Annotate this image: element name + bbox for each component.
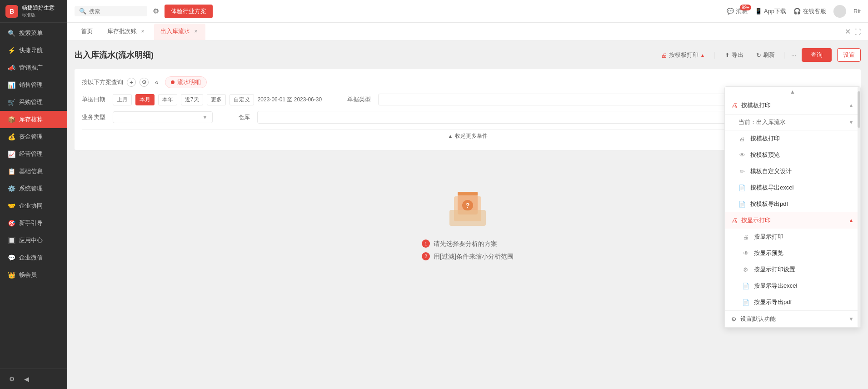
sidebar-item-inventory[interactable]: 📦 库存核算 (0, 111, 67, 128)
sidebar-item-wechat[interactable]: 💬 企业微信 (0, 249, 67, 266)
dropdown-item-template-print[interactable]: 🖨 按模板打印 (725, 130, 860, 147)
tab-batch-close[interactable]: × (140, 28, 146, 35)
filter-settings-btn[interactable]: ⚙ (140, 78, 149, 87)
display-settings-icon: ⚙ (742, 266, 749, 273)
sidebar-item-operation[interactable]: 📈 经营管理 (0, 145, 67, 163)
purchase-icon: 🛒 (7, 98, 15, 106)
page-title: 出入库流水(流水明细) (75, 50, 154, 60)
filter-add-btn[interactable]: + (127, 78, 136, 87)
export-btn[interactable]: ⬆ 导出 (721, 49, 747, 61)
sidebar-item-quicknav[interactable]: ⚡ 快捷导航 (0, 42, 67, 59)
sidebar-item-sales[interactable]: 📊 销售管理 (0, 76, 67, 94)
industry-btn[interactable]: 体验行业方案 (165, 5, 213, 18)
dropdown-footer[interactable]: ⚙ 设置默认功能 ▼ (725, 310, 860, 327)
date-btn-last-month[interactable]: 上月 (113, 94, 132, 105)
dropdown-display-section-header[interactable]: 🖨 按显示打印 ▲ (725, 212, 860, 229)
print-icon-header: 🖨 (731, 102, 738, 109)
app-download-btn[interactable]: 📱 App下载 (755, 7, 786, 15)
sidebar-item-purchase[interactable]: 🛒 采购管理 (0, 94, 67, 111)
topbar-search-box[interactable]: 🔍 (75, 6, 147, 16)
tab-home[interactable]: 首页 (75, 24, 99, 40)
sidebar-item-member[interactable]: 👑 畅会员 (0, 266, 67, 284)
more-icon[interactable]: ··· (791, 52, 796, 59)
date-btn-this-year[interactable]: 本年 (158, 94, 177, 105)
tab-flow-close[interactable]: × (193, 28, 199, 35)
search-input[interactable] (89, 8, 143, 15)
app-name-text: 畅捷通好生意 标准版 (22, 5, 55, 18)
date-filter: 上月 本月 本年 近7天 更多 自定义 2023-06-01 至 2023-06… (113, 94, 322, 105)
chevron-up-icon: ▲ (700, 53, 705, 58)
dropdown-item-template-custom[interactable]: ✏ 模板自定义设计 (725, 163, 860, 180)
dropdown-sub-display-print[interactable]: 🖨 按显示打印 (725, 229, 860, 245)
divider2: | (784, 51, 786, 59)
template-pdf-icon: 📄 (738, 200, 746, 208)
sidebar-item-apps[interactable]: 🔲 应用中心 (0, 232, 67, 249)
tab-flow[interactable]: 出入库流水 × (154, 24, 205, 40)
settings-btn[interactable]: 设置 (837, 48, 861, 62)
scroll-thumb (858, 91, 860, 128)
dropdown-item-template-preview[interactable]: 👁 按模板预览 (725, 147, 860, 163)
print-icon: 🖨 (661, 51, 667, 59)
dropdown-title: 🖨 按模板打印 (731, 101, 771, 110)
sidebar-settings-icon[interactable]: ⚙ (7, 374, 16, 384)
display-excel-icon: 📄 (742, 282, 749, 289)
dropdown-sub-display-preview[interactable]: 👁 按显示预览 (725, 245, 860, 261)
tab-window-close[interactable]: ✕ (845, 27, 851, 36)
display-preview-icon: 👁 (742, 249, 749, 257)
sales-icon: 📊 (7, 81, 15, 89)
tab-batch[interactable]: 库存批次账 × (101, 24, 152, 40)
template-preview-icon: 👁 (738, 151, 746, 159)
sidebar-item-search[interactable]: 🔍 搜索菜单 (0, 25, 67, 42)
date-btn-custom[interactable]: 自定义 (229, 94, 254, 105)
topbar: 🔍 ⚙ 体验行业方案 💬 消息 99+ 📱 App下载 🎧 在线客服 Rit (67, 0, 868, 23)
biz-type-select[interactable]: ▼ (113, 111, 213, 123)
finance-icon: 💰 (7, 133, 15, 141)
refresh-btn[interactable]: ↻ 刷新 (753, 49, 778, 61)
dropdown-sub-display-pdf[interactable]: 📄 按显示导出pdf (725, 294, 860, 310)
gear-icon[interactable]: ⚙ (153, 7, 159, 15)
warehouse-label: 仓库 (238, 113, 250, 121)
date-btn-more[interactable]: 更多 (207, 94, 226, 105)
sidebar-item-collab[interactable]: 🤝 企业协同 (0, 197, 67, 214)
dropdown-item-template-excel[interactable]: 📄 按模板导出excel (725, 180, 860, 196)
dropdown-panel: ▲ 🖨 按模板打印 ▲ 当前：出入库流水 ▼ 🖨 按模板打印 👁 (724, 86, 861, 328)
tabbar: 首页 库存批次账 × 出入库流水 × ✕ ⛶ (67, 23, 868, 41)
dropdown-sub-display-excel[interactable]: 📄 按显示导出excel (725, 278, 860, 294)
sidebar-nav: 🔍 搜索菜单 ⚡ 快捷导航 📣 营销推广 📊 销售管理 🛒 采购管理 📦 库存核… (0, 23, 67, 369)
sidebar-item-finance[interactable]: 💰 资金管理 (0, 128, 67, 145)
page-actions: 🖨 按模板打印 ▲ | ⬆ 导出 ↻ 刷新 | ··· 查询 设置 (657, 48, 861, 62)
sidebar-item-base[interactable]: 📋 基础信息 (0, 163, 67, 180)
scroll-up-arrow[interactable]: ▲ (725, 87, 860, 97)
date-btn-7days[interactable]: 近7天 (181, 94, 203, 105)
step-2: 2 用[过滤]条件来缩小分析范围 (422, 250, 514, 263)
svg-rect-2 (458, 192, 478, 195)
service-icon: 🎧 (793, 8, 801, 15)
message-icon: 💬 (727, 8, 734, 15)
query-btn[interactable]: 查询 (802, 48, 832, 62)
dropdown-sub-display-settings[interactable]: ⚙ 按显示打印设置 (725, 261, 860, 278)
member-icon: 👑 (7, 271, 15, 279)
sidebar-item-guide[interactable]: 🎯 新手引导 (0, 214, 67, 232)
biz-type-label: 业务类型 (82, 113, 105, 121)
date-btn-this-month[interactable]: 本月 (135, 94, 155, 105)
message-btn[interactable]: 💬 消息 99+ (727, 7, 748, 15)
operation-icon: 📈 (7, 150, 15, 158)
sidebar-collapse-icon[interactable]: ◀ (22, 374, 31, 384)
dropdown-item-template-pdf[interactable]: 📄 按模板导出pdf (725, 196, 860, 212)
inventory-icon: 📦 (7, 115, 15, 124)
filter-collapse-btn[interactable]: « (152, 78, 161, 87)
sidebar-item-system[interactable]: ⚙️ 系统管理 (0, 180, 67, 197)
quicknav-icon: ⚡ (7, 46, 15, 55)
footer-chevron-down: ▼ (848, 316, 854, 322)
tab-expand-icon[interactable]: ⛶ (854, 28, 861, 35)
dropdown-chevron-up: ▲ (848, 102, 854, 109)
template-custom-icon: ✏ (738, 168, 746, 175)
sidebar-item-marketing[interactable]: 📣 营销推广 (0, 59, 67, 76)
display-section-chevron: ▲ (848, 217, 854, 224)
step-1: 1 请先选择要分析的方案 (422, 237, 514, 250)
display-section-icon: 🖨 (731, 217, 738, 224)
template-print-btn[interactable]: 🖨 按模板打印 ▲ (657, 49, 708, 61)
marketing-icon: 📣 (7, 64, 15, 72)
online-service-btn[interactable]: 🎧 在线客服 (793, 7, 826, 15)
app-download-icon: 📱 (755, 8, 762, 15)
